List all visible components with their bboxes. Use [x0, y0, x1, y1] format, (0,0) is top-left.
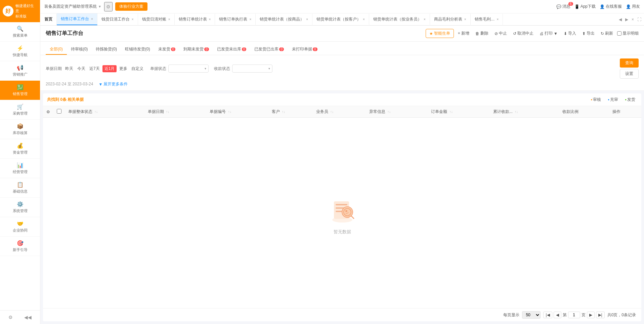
- display-detail-checkbox[interactable]: [617, 31, 621, 36]
- app-download-btn[interactable]: 📱 App下载: [574, 4, 596, 9]
- filter-setting-btn[interactable]: 设置: [620, 69, 639, 79]
- online-service-btn[interactable]: 👤 在线客服: [600, 4, 622, 9]
- tab-close-7[interactable]: ×: [363, 17, 365, 21]
- last-page-btn[interactable]: ▶|: [596, 312, 605, 318]
- tabs-close-all[interactable]: ×: [630, 16, 635, 23]
- th-accumulated-payment[interactable]: 累计收款... ↑↓: [490, 106, 559, 118]
- cancel-audit-btn[interactable]: 充审: [606, 96, 620, 103]
- display-detail-toggle[interactable]: 显示明细: [617, 31, 639, 36]
- sidebar-item-5[interactable]: 📦库存核算: [0, 120, 40, 139]
- tab-9[interactable]: 商品毛利分析表×: [430, 14, 471, 25]
- sub-tab-0[interactable]: 全部(0): [46, 44, 67, 55]
- tabs-maximize[interactable]: ⛶: [636, 16, 643, 23]
- page-input[interactable]: [568, 312, 580, 318]
- tab-close-8[interactable]: ×: [424, 17, 426, 21]
- tab-3[interactable]: 钱货日清对账×: [138, 14, 175, 25]
- tab-close-2[interactable]: ×: [132, 17, 134, 21]
- status-select[interactable]: [168, 65, 209, 73]
- th-doc-no[interactable]: 单据编号 ↑↓: [206, 106, 268, 118]
- sub-tab-4[interactable]: 未发货0: [154, 44, 180, 55]
- collapse-btn[interactable]: ◀◀: [23, 313, 33, 321]
- th-doc-status[interactable]: 单据整体状态 ↑↓: [65, 106, 144, 118]
- tab-4[interactable]: 销售订单统计表×: [175, 14, 215, 25]
- next-page-btn[interactable]: ▶: [587, 312, 595, 318]
- date-filter-label: 单据日期: [46, 66, 62, 72]
- tab-6[interactable]: 销货单统计表（按商品）×: [256, 14, 312, 25]
- date-shortcut-4[interactable]: 更多: [118, 65, 129, 72]
- ship-btn[interactable]: 发货: [623, 96, 637, 103]
- tab-close-5[interactable]: ×: [249, 17, 251, 21]
- th-exception[interactable]: 异常信息 ↑↓: [366, 106, 428, 118]
- date-shortcut-2[interactable]: 近7天: [88, 65, 101, 72]
- query-btn[interactable]: 查询: [620, 58, 639, 68]
- sub-tab-2[interactable]: 待拣验货(0): [92, 44, 121, 55]
- tab-2[interactable]: 钱货日清工作台×: [97, 14, 138, 25]
- tab-8[interactable]: 销货单统计表（按业务员）×: [369, 14, 430, 25]
- system-name: 装备及固定资产辅助管理系统 ▼: [44, 4, 101, 9]
- sidebar-item-1[interactable]: ⚡快捷导航: [0, 42, 40, 61]
- print-btn[interactable]: 🖨 打印 ▼: [538, 29, 560, 38]
- first-page-btn[interactable]: |◀: [543, 312, 552, 318]
- tab-close-3[interactable]: ×: [168, 17, 170, 21]
- sidebar-item-0[interactable]: 🔍搜索菜单: [0, 22, 40, 42]
- prev-page-btn[interactable]: ◀: [554, 312, 561, 318]
- tab-close-6[interactable]: ×: [306, 17, 308, 21]
- sidebar-item-6[interactable]: 💰资金管理: [0, 139, 40, 159]
- date-shortcut-3[interactable]: 近1月: [102, 65, 117, 72]
- export-btn[interactable]: ⬆ 导出: [580, 29, 597, 38]
- sidebar-item-8[interactable]: 📋基础信息: [0, 178, 40, 198]
- sidebar-item-10[interactable]: 🤝企业协同: [0, 217, 40, 237]
- select-all-checkbox[interactable]: [57, 109, 61, 114]
- refresh-btn[interactable]: ↻ 刷新: [599, 29, 615, 38]
- tab-close-1[interactable]: ×: [91, 17, 93, 21]
- user-menu[interactable]: 👤 用友: [626, 4, 640, 9]
- th-order-amount[interactable]: 订单金额 ↑↓: [428, 106, 489, 118]
- table-scroll: ⚙ 单据整体状态 ↑↓ 单据日期 ↑↓ 单据编号 ↑↓ 客户 ↑↓ 业务员 ↑↓…: [43, 106, 641, 118]
- delete-btn[interactable]: 🗑 删除: [473, 29, 490, 38]
- sidebar-item-9[interactable]: ⚙️系统管理: [0, 198, 40, 217]
- th-settings[interactable]: ⚙: [43, 106, 53, 118]
- tab-5[interactable]: 销售订单执行表×: [215, 14, 256, 25]
- tab-7[interactable]: 销货单统计表（按客户）×: [312, 14, 369, 25]
- date-shortcut-5[interactable]: 自定义: [130, 65, 145, 72]
- tab-close-10[interactable]: ×: [497, 17, 499, 21]
- th-customer[interactable]: 客户 ↑↓: [268, 106, 313, 118]
- sidebar-item-11[interactable]: 🎯新手引导: [0, 237, 40, 256]
- th-doc-date[interactable]: 单据日期 ↑↓: [144, 106, 206, 118]
- th-salesperson[interactable]: 业务员 ↑↓: [313, 106, 366, 118]
- add-btn[interactable]: + 新增: [456, 29, 471, 38]
- date-shortcut-0[interactable]: 昨天: [64, 65, 75, 72]
- tabs-scroll-right[interactable]: ▶: [624, 16, 630, 23]
- smart-btn[interactable]: ★ 智能生单: [426, 29, 454, 38]
- page-size-select[interactable]: 2050100200: [522, 311, 541, 319]
- date-shortcut-1[interactable]: 今天: [76, 65, 87, 72]
- tab-close-9[interactable]: ×: [464, 17, 466, 21]
- sidebar-item-7[interactable]: 📊经营管理: [0, 159, 40, 178]
- trial-btn[interactable]: 体验行业方案: [115, 2, 147, 11]
- sidebar-item-4[interactable]: 🛒采购管理: [0, 100, 40, 120]
- sub-tab-1[interactable]: 待审核(0): [67, 44, 92, 55]
- tab-label-4: 销售订单统计表: [179, 16, 207, 22]
- sub-tab-7[interactable]: 已发货已出库0: [250, 44, 288, 55]
- topbar-settings-btn[interactable]: ⚙: [104, 2, 113, 11]
- tab-close-4[interactable]: ×: [209, 17, 211, 21]
- settings-bottom-btn[interactable]: ⚙: [7, 313, 14, 321]
- sub-tab-3[interactable]: 旺铺待发货(0): [121, 44, 154, 55]
- sub-tab-6[interactable]: 已发货未出库0: [213, 44, 251, 55]
- tab-0[interactable]: 首页: [40, 14, 57, 25]
- payment-select[interactable]: [232, 65, 272, 73]
- import-btn[interactable]: ⬇ 导入: [562, 29, 578, 38]
- message-btn[interactable]: 💬 消息 6: [556, 4, 570, 9]
- sub-tab-5[interactable]: 到期未发货0: [179, 44, 213, 55]
- sidebar-item-3[interactable]: 💹销售管理: [0, 81, 40, 100]
- audit-btn[interactable]: 审核: [589, 96, 603, 103]
- cancel-stop-btn[interactable]: ↺ 取消中止: [511, 29, 535, 38]
- tab-10[interactable]: 销售毛利…×: [471, 14, 503, 25]
- expand-btn[interactable]: ▼ 展开更多条件: [98, 81, 128, 87]
- empty-state: 暂无数据: [43, 118, 641, 308]
- tab-1[interactable]: 销售订单工作台×: [57, 13, 97, 25]
- tabs-scroll-left[interactable]: ◀: [617, 16, 623, 23]
- sub-tab-8[interactable]: 未打印单据0: [288, 44, 321, 55]
- stop-btn[interactable]: ⊘ 中止: [492, 29, 509, 38]
- sidebar-item-2[interactable]: 📢营销推广: [0, 61, 40, 81]
